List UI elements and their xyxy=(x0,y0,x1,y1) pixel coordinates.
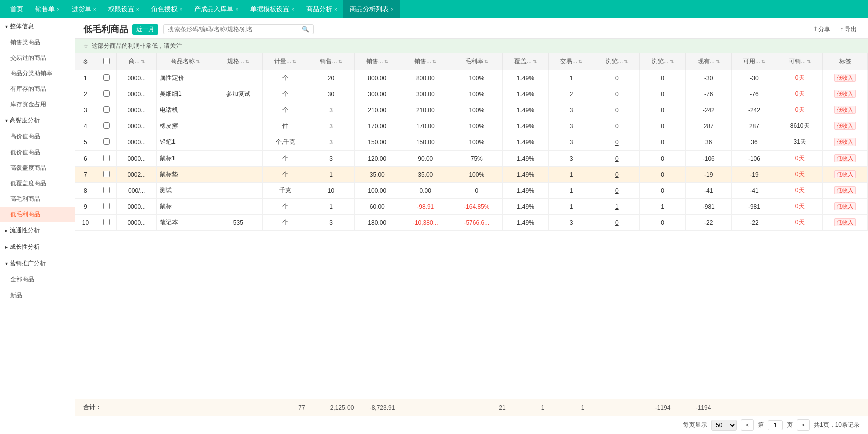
sidebar-item-low-coverage[interactable]: 低覆盖度商品 xyxy=(0,176,75,191)
row-checkbox[interactable] xyxy=(103,138,110,145)
close-icon[interactable]: × xyxy=(235,7,238,12)
row-checkbox[interactable] xyxy=(103,155,110,161)
cell-view1[interactable]: 0 xyxy=(594,167,640,183)
row-checkbox[interactable] xyxy=(103,122,110,129)
select-all-checkbox[interactable] xyxy=(103,58,110,64)
cell-spec xyxy=(214,70,263,86)
cell-no: 6 xyxy=(75,151,96,167)
close-icon[interactable]: × xyxy=(136,7,139,12)
cell-saleable: 0天 xyxy=(777,215,823,231)
cell-checkbox[interactable] xyxy=(96,102,117,118)
row-checkbox[interactable] xyxy=(103,90,110,97)
view1-link[interactable]: 0 xyxy=(615,107,619,114)
cell-checkbox[interactable] xyxy=(96,199,117,215)
close-icon[interactable]: × xyxy=(334,7,337,12)
view1-link[interactable]: 0 xyxy=(615,155,619,162)
export-button[interactable]: ↑ 导出 xyxy=(837,24,860,35)
nav-product-analysis[interactable]: 商品分析 × xyxy=(300,0,343,18)
cell-view1[interactable]: 1 xyxy=(594,199,640,215)
row-checkbox[interactable] xyxy=(103,219,110,225)
sidebar-item-sales-products[interactable]: 销售类商品 xyxy=(0,35,75,50)
cell-view1[interactable]: 0 xyxy=(594,183,640,199)
sidebar-section-overall[interactable]: ▾ 整体信息 xyxy=(0,18,75,35)
share-button[interactable]: ⤴ 分享 xyxy=(811,24,833,35)
nav-role-auth[interactable]: 角色授权 × xyxy=(145,0,189,18)
cell-checkbox[interactable] xyxy=(96,151,117,167)
close-icon[interactable]: × xyxy=(93,7,96,12)
cell-view1[interactable]: 0 xyxy=(594,215,640,231)
nav-purchase-order[interactable]: 进货单 × xyxy=(66,0,102,18)
period-button[interactable]: 近一月 xyxy=(132,24,158,35)
cell-view1[interactable]: 0 xyxy=(594,70,640,86)
sidebar-item-high-coverage[interactable]: 高覆盖度商品 xyxy=(0,160,75,176)
col-checkbox[interactable] xyxy=(96,53,117,70)
footer-view2: 1 xyxy=(563,404,603,411)
view1-link[interactable]: 0 xyxy=(615,171,619,178)
close-icon[interactable]: × xyxy=(180,7,183,12)
cell-view1[interactable]: 0 xyxy=(594,151,640,167)
page-input[interactable] xyxy=(768,420,783,430)
share-icon: ⤴ xyxy=(814,26,817,33)
cell-coverage: 1.49% xyxy=(502,215,548,231)
close-icon[interactable]: × xyxy=(391,7,394,12)
cell-spec xyxy=(214,199,263,215)
view1-link[interactable]: 0 xyxy=(615,75,619,82)
nav-product-analysis-list[interactable]: 商品分析列表 × xyxy=(343,0,400,18)
cell-unit: 个 xyxy=(263,199,308,215)
search-icon[interactable]: 🔍 xyxy=(302,26,309,33)
sidebar-item-category-rate[interactable]: 商品分类助销率 xyxy=(0,66,75,81)
sidebar-item-new-products[interactable]: 新品 xyxy=(0,287,75,303)
view1-link[interactable]: 0 xyxy=(615,139,619,146)
cell-view1[interactable]: 0 xyxy=(594,118,640,134)
row-checkbox[interactable] xyxy=(103,187,110,193)
sidebar-item-low-value[interactable]: 低价值商品 xyxy=(0,144,75,160)
sidebar-item-high-margin[interactable]: 高毛利商品 xyxy=(0,191,75,207)
cell-checkbox[interactable] xyxy=(96,86,117,102)
row-checkbox[interactable] xyxy=(103,106,110,113)
nav-home[interactable]: 首页 xyxy=(4,0,29,18)
per-page-select[interactable]: 50 100 200 xyxy=(711,420,737,431)
cell-view1[interactable]: 0 xyxy=(594,102,640,118)
view1-link[interactable]: 0 xyxy=(615,219,619,226)
view1-link[interactable]: 1 xyxy=(615,203,619,210)
view1-link[interactable]: 0 xyxy=(615,123,619,130)
row-checkbox[interactable] xyxy=(103,74,110,81)
sidebar-section-circulation[interactable]: ▸ 流通性分析 xyxy=(0,222,75,239)
cell-unit: 个 xyxy=(263,167,308,183)
sidebar-section-marketing[interactable]: ▾ 营销推广分析 xyxy=(0,255,75,272)
cell-checkbox[interactable] xyxy=(96,167,117,183)
nav-product-entry[interactable]: 产成品入库单 × xyxy=(188,0,244,18)
prev-page-button[interactable]: ＜ xyxy=(741,419,754,431)
sidebar-item-stock-capital[interactable]: 库存资金占用 xyxy=(0,97,75,112)
cell-checkbox[interactable] xyxy=(96,183,117,199)
sidebar-item-high-value[interactable]: 高价值商品 xyxy=(0,129,75,144)
sidebar-section-growth[interactable]: ▸ 成长性分析 xyxy=(0,239,75,255)
row-checkbox[interactable] xyxy=(103,171,110,177)
cell-checkbox[interactable] xyxy=(96,134,117,151)
view1-link[interactable]: 0 xyxy=(615,91,619,98)
close-icon[interactable]: × xyxy=(57,7,60,12)
col-settings[interactable]: ⚙ xyxy=(75,53,96,70)
sidebar-section-viscosity[interactable]: ▾ 高黏度分析 xyxy=(0,112,75,129)
cell-view1[interactable]: 0 xyxy=(594,134,640,151)
cell-code: 0000... xyxy=(117,86,157,102)
footer-spacer8 xyxy=(603,404,643,411)
sidebar-item-stocked[interactable]: 有库存的商品 xyxy=(0,81,75,97)
next-page-button[interactable]: ＞ xyxy=(797,419,810,431)
nav-sales-order[interactable]: 销售单 × xyxy=(29,0,66,18)
content-area: 低毛利商品 近一月 🔍 ⤴ 分享 ↑ 导出 ☆ 这部分商品的利润非常低，请关注 xyxy=(75,18,868,434)
cell-checkbox[interactable] xyxy=(96,215,117,231)
nav-permission[interactable]: 权限设置 × xyxy=(102,0,145,18)
row-checkbox[interactable] xyxy=(103,203,110,209)
search-input[interactable] xyxy=(168,26,300,33)
cell-view1[interactable]: 0 xyxy=(594,86,640,102)
cell-checkbox[interactable] xyxy=(96,70,117,86)
cell-unit: 件 xyxy=(263,118,308,134)
sidebar-item-low-margin[interactable]: 低毛利商品 xyxy=(0,207,75,222)
nav-template[interactable]: 单据模板设置 × xyxy=(244,0,300,18)
cell-checkbox[interactable] xyxy=(96,118,117,134)
sidebar-item-all-products[interactable]: 全部商品 xyxy=(0,272,75,287)
sidebar-item-traded-products[interactable]: 交易过的商品 xyxy=(0,50,75,66)
close-icon[interactable]: × xyxy=(291,7,294,12)
view1-link[interactable]: 0 xyxy=(615,187,619,194)
